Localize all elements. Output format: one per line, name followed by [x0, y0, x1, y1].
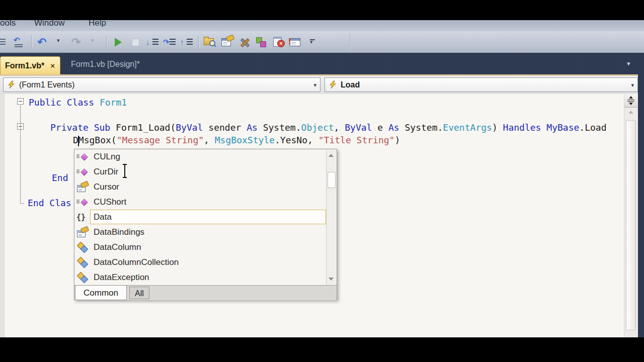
outline-guide-end — [20, 203, 24, 204]
code-token: , — [204, 135, 215, 145]
scroll-down-icon[interactable] — [329, 278, 334, 281]
code-token: End Clas — [28, 198, 71, 208]
method-icon — [76, 196, 90, 208]
intellisense-item-cursor[interactable]: Cursor — [74, 179, 337, 195]
intellisense-item-datacolumncollection[interactable]: DataColumnCollection — [74, 255, 337, 270]
find-in-files-icon[interactable] — [203, 35, 218, 50]
intellisense-item-label: DataException — [94, 273, 149, 283]
tab-all[interactable]: All — [129, 287, 149, 299]
code-token: e — [372, 122, 388, 133]
code-token: As — [388, 122, 399, 133]
intellisense-item-culng[interactable]: CULng — [74, 149, 337, 164]
menu-item-help[interactable]: Help — [89, 20, 106, 30]
outline-guide-line — [20, 105, 21, 203]
toolbar-separator — [31, 35, 32, 49]
undo-dropdown-icon[interactable]: ▾ — [53, 35, 68, 50]
start-debug-icon[interactable] — [111, 35, 126, 50]
code-token: .Load — [579, 122, 606, 133]
intellisense-item-cushort[interactable]: CUShort — [74, 195, 337, 210]
events-combobox[interactable]: Load ▾ — [325, 77, 638, 92]
intellisense-item-databindings[interactable]: DataBindings — [74, 225, 337, 240]
undo-icon[interactable]: ↶ — [36, 35, 51, 50]
splitter-down-arrow-icon — [629, 103, 633, 105]
code-token: Form1_Load( — [116, 122, 176, 133]
code-token: ByVal — [345, 122, 372, 133]
intellisense-scrollbar[interactable] — [326, 150, 336, 285]
immediate-window-icon[interactable]: ! — [288, 35, 303, 50]
intellisense-item-datacolumn[interactable]: DataColumn — [74, 240, 337, 255]
toolbox-icon[interactable] — [237, 35, 252, 50]
method-icon — [76, 151, 90, 163]
intellisense-item-label: CUShort — [94, 197, 126, 207]
objects-combobox[interactable]: (Form1 Events) ▾ — [3, 77, 320, 92]
tab-form1-vb[interactable]: Form1.vb* × — [0, 56, 60, 74]
code-token: .YesNo, — [275, 135, 318, 145]
intellisense-popup: CULngCurDirCursorCUShort{}DataDataBindin… — [74, 149, 337, 300]
tab-list-chevron-icon[interactable]: ▾ — [627, 60, 630, 67]
code-line: End — [52, 171, 68, 184]
scrollbar-thumb[interactable] — [626, 120, 636, 330]
intellisense-list: CULngCurDirCursorCUShort{}DataDataBindin… — [74, 149, 337, 285]
code-token: ) — [492, 122, 503, 133]
code-token: System. — [258, 122, 301, 133]
class-icon — [76, 241, 90, 253]
toolbar-separator — [106, 35, 107, 49]
events-icon — [8, 80, 15, 89]
menu-item-tools[interactable]: ools — [0, 20, 16, 30]
property-icon — [76, 226, 90, 238]
intellisense-item-label: CULng — [94, 152, 120, 162]
scroll-up-icon[interactable] — [628, 111, 633, 114]
letterbox-bottom — [0, 337, 644, 362]
toolbar-separator — [198, 35, 199, 49]
scrollbar-thumb[interactable] — [328, 172, 336, 188]
redo-dropdown-icon[interactable]: ▾ — [87, 35, 102, 50]
toolbar-overflow-icon[interactable]: ▾ — [305, 35, 320, 50]
intellisense-item-label: CurDir — [94, 167, 118, 177]
code-token: sender — [203, 122, 247, 133]
code-token: Form1 — [100, 97, 127, 108]
step-over-icon[interactable]: ↷ — [162, 35, 177, 50]
code-line: DMsgBox("Message String", MsgBoxStyle.Ye… — [73, 134, 400, 146]
splitter-up-arrow-icon — [629, 96, 633, 99]
intellisense-item-label: Cursor — [94, 182, 119, 192]
properties-window-icon[interactable] — [220, 35, 235, 50]
split-window-handle[interactable] — [624, 94, 638, 108]
code-token: System. — [399, 122, 443, 133]
editor-scrollbar[interactable] — [624, 94, 638, 337]
window-frame-edge — [638, 53, 644, 337]
indent-lines-icon[interactable] — [0, 35, 10, 50]
close-icon[interactable]: × — [50, 62, 55, 70]
code-token: "Message String" — [117, 135, 204, 145]
scroll-up-icon[interactable] — [329, 154, 334, 157]
tab-form1-vb-design[interactable]: Form1.vb [Design]* — [71, 60, 140, 69]
code-token: As — [247, 122, 258, 133]
error-list-icon[interactable]: × — [271, 35, 286, 50]
redo-icon[interactable]: ↷ — [70, 35, 85, 50]
events-combobox-value: Load — [341, 80, 360, 89]
intellisense-filter-tabs: Common All — [74, 285, 337, 300]
intellisense-item-label: DataBindings — [94, 227, 144, 237]
intellisense-item-curdir[interactable]: CurDir — [74, 164, 337, 179]
break-all-icon[interactable] — [128, 35, 143, 50]
step-out-icon[interactable]: ↑ — [179, 35, 194, 50]
code-token: ) — [394, 135, 400, 145]
uncomment-lines-icon[interactable]: ↶ — [12, 35, 27, 50]
code-token: Private Sub — [50, 122, 116, 133]
chevron-down-icon[interactable]: ▾ — [313, 82, 316, 88]
step-into-icon[interactable]: ↓ — [145, 35, 160, 50]
tab-common[interactable]: Common — [75, 285, 127, 300]
code-line: Public Class Form1 — [29, 96, 127, 109]
menu-item-window[interactable]: Window — [34, 20, 64, 30]
chevron-down-icon[interactable]: ▾ — [631, 82, 634, 88]
events-icon — [329, 80, 337, 89]
code-token: ByVal — [176, 122, 203, 133]
intellisense-item-data[interactable]: {}Data — [74, 210, 337, 225]
collapse-toggle-class[interactable] — [17, 98, 24, 105]
code-token: Object — [301, 122, 334, 133]
ide-window: ools Window Help ↶↶▾↷▾↓↷↑×!▾ Form1.vb* ×… — [0, 0, 644, 362]
intellisense-item-label: DataColumnCollection — [94, 257, 179, 267]
method-icon — [76, 166, 90, 178]
intellisense-item-label: DataColumn — [94, 242, 141, 252]
solution-explorer-icon[interactable] — [254, 35, 269, 50]
intellisense-item-dataexception[interactable]: DataException — [74, 270, 337, 285]
